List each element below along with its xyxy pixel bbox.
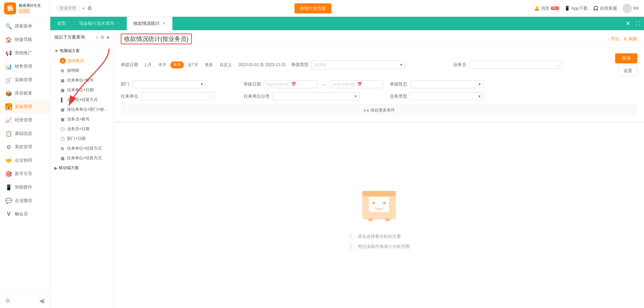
sidebar-item-sales[interactable]: 📊 销售管理 [0, 60, 50, 73]
user-menu[interactable]: Rit [623, 4, 639, 13]
filter-actions: 查询 设置 [615, 53, 637, 76]
biz-type-label: 业务类型 [390, 93, 407, 99]
doc-status-select[interactable]: ▾ [410, 80, 484, 88]
add-scheme-btn[interactable]: + [96, 35, 98, 40]
online-service-btn[interactable]: 🎧 在线客服 [593, 5, 617, 11]
grid2-icon: ⊞ [60, 146, 65, 151]
dept-select[interactable]: ▾ [132, 80, 206, 88]
scheme-item-staff-date[interactable]: 🕐 业务员+日期 [50, 124, 114, 134]
doc-status-filter: 单据状态 ▾ [390, 80, 637, 88]
collapse-conditions-btn[interactable]: ∧∧ 收起更多条件 [121, 104, 637, 116]
scheme-item-unit-dept-label: 按往来单位+部门+收... [67, 107, 107, 112]
date-tab-custom[interactable]: 自定义 [217, 61, 234, 68]
scheme-item-unit-date-label: 往来单位+日期 [67, 87, 94, 93]
export-btn[interactable]: ↑ 导出 [607, 36, 620, 42]
sidebar-item-purchase[interactable]: 🛒 采购管理 [0, 73, 50, 87]
sidebar-item-inventory-label: 库存核算 [15, 90, 32, 96]
tab-bank-close[interactable]: ✕ [117, 21, 120, 26]
scheme-item-bydetail[interactable]: ⊞ 按明细 [50, 66, 114, 75]
sidebar-item-wechat[interactable]: 💬 企业微信 [0, 194, 50, 207]
unit-select[interactable]: ... [141, 92, 215, 100]
scheme-item-unit-settle1-label: 往来单位+结算方式 [67, 146, 102, 151]
date-tab-thisyear[interactable]: 本年 [170, 61, 184, 68]
sidebar-nav: 🔍 搜索菜单 🏠 快捷导航 📢 营销推广 📊 销售管理 🛒 采购管理 📦 库存核… [0, 17, 50, 293]
sidebar-item-hardware[interactable]: 📱 智能硬件 [0, 181, 50, 194]
sidebar-item-collab[interactable]: 🤝 企业协同 [0, 154, 50, 167]
message-btn[interactable]: 🔔 消息 99+ [534, 5, 559, 11]
sidebar-settings-btn[interactable]: ⚙ [5, 298, 10, 304]
tab-receipt-close[interactable]: ✕ [162, 21, 166, 26]
sidebar-item-basic[interactable]: 📋 基础信息 [0, 127, 50, 140]
svg-rect-6 [385, 218, 390, 221]
staff-select[interactable]: ... [469, 61, 563, 69]
sidebar-item-guide-label: 新手引导 [15, 171, 32, 177]
date-tab-more[interactable]: 更多 [202, 61, 216, 68]
tabbar-expand-btn[interactable]: ⛶ [635, 21, 640, 26]
date-range-display: 2023-01-01 至 2023-12-31 [238, 62, 286, 68]
biz-type-select[interactable]: ▾ [410, 92, 484, 100]
tab-receipt[interactable]: 收款情况统计 ✕ [127, 17, 172, 30]
scheme-item-unit-settle2[interactable]: ▦ 往来单位+结算方式 [50, 153, 114, 163]
topbar-left: 资金管理 ▾ ⚙ [56, 5, 92, 12]
sidebar-item-search[interactable]: 🔍 搜索菜单 [0, 19, 50, 33]
tabbar-close-btn[interactable]: ✕ [626, 20, 631, 27]
date-tab-lastmonth[interactable]: 上月 [141, 61, 154, 68]
export-label: 导出 [611, 36, 620, 42]
scheme-group-desktop-header[interactable]: ▼ 电脑端方案 [50, 46, 114, 56]
scheme-item-unit-dept[interactable]: ▦ 按往来单位+部门+收... [50, 105, 114, 114]
scheme-item-staff-account[interactable]: ▦ 业务员+账号 [50, 114, 114, 124]
logo-text-block: 畅捷通好生意 标准版 [19, 3, 41, 13]
query-btn[interactable]: 查询 [615, 53, 637, 63]
page-title-highlight: 收款情况统计(按业务员) [121, 34, 192, 44]
scheme-item-unit-settle1[interactable]: ⊞ 往来单位+结算方式 [50, 144, 114, 153]
sidebar-item-inventory[interactable]: 📦 库存核算 [0, 87, 50, 100]
scheme-item-dept-date-label: 部门+日期 [67, 136, 86, 142]
grid-icon: ⊞ [60, 68, 65, 73]
sidebar-item-operation[interactable]: 📈 经营管理 [0, 113, 50, 127]
audit-date-from-input[interactable]: yyyy-mm-dd 📅 [264, 80, 317, 88]
sidebar-item-purchase-label: 采购管理 [15, 77, 32, 83]
sidebar-item-member[interactable]: V 畅会员 [0, 207, 50, 221]
audit-date-to-input[interactable]: yyyy-mm-dd 📅 [330, 80, 383, 88]
staff-more-icon[interactable]: ... [556, 62, 560, 67]
tab-home[interactable]: 首页 [50, 17, 72, 30]
sidebar-item-guide[interactable]: 🎯 新手引导 [0, 167, 50, 181]
inventory-icon: 📦 [5, 90, 12, 97]
topbar-right: 🔔 消息 99+ 📱 App下载 🎧 在线客服 Rit [534, 4, 639, 13]
clock2-icon: 🕐 [60, 136, 65, 142]
tabbar: 首页 现金银行流水查询 ✕ 收款情况统计 ✕ ✕ ⛶ [50, 17, 644, 30]
bar-icon: ▌ [60, 97, 65, 103]
date-tab-7days[interactable]: 近7天 [185, 61, 201, 68]
sidebar-collapse-btn[interactable]: ◀| [39, 298, 45, 304]
refresh-btn[interactable]: ↻ 刷新 [624, 36, 637, 42]
refresh-label: 刷新 [629, 36, 637, 42]
sidebar-item-marketing[interactable]: 📢 营销推广 [0, 46, 50, 60]
scheme-item-unit-account[interactable]: ▦ 往来单位+账号 [50, 75, 114, 85]
breadcrumb: 资金管理 [56, 5, 80, 12]
clock-icon: 🕐 [60, 126, 65, 132]
chevron-down-doc-icon: ▾ [400, 62, 402, 67]
trial-btn[interactable]: 体验行业方案 [294, 3, 331, 13]
date-tab-thismonth[interactable]: 本月 [156, 61, 169, 68]
calendar-from-icon[interactable]: 📅 [291, 82, 296, 87]
sidebar-item-system[interactable]: ⚙ 系统管理 [0, 140, 50, 154]
scheme-group-mobile-header[interactable]: ▶ 移动端方案 [50, 163, 114, 173]
topbar-settings-icon[interactable]: ⚙ [87, 5, 92, 11]
scheme-settings-btn[interactable]: ⚙ [100, 35, 105, 40]
finance-icon: 💰 [5, 103, 12, 110]
unit-category-select[interactable]: ▾ [272, 92, 360, 100]
scheme-item-dept-date[interactable]: 🕐 部门+日期 [50, 134, 114, 144]
scheme-item-unit-date[interactable]: ▦ 往来单位+日期 [50, 85, 114, 95]
doc-type-select[interactable]: 请选择 ▾ [311, 60, 405, 69]
tab-bank[interactable]: 现金银行流水查询 ✕ [72, 17, 127, 30]
sidebar-item-quicknav[interactable]: 🏠 快捷导航 [0, 33, 50, 46]
sidebar-item-finance[interactable]: 💰 资金管理 [0, 100, 50, 113]
scheme-item-staff-settle[interactable]: ▌ 业务员+结算方式 [50, 95, 114, 105]
calendar-to-icon[interactable]: 📅 [357, 82, 362, 87]
unit-more-icon[interactable]: ... [208, 94, 212, 99]
scheme-item-bystaff[interactable]: ● 按业务员 [50, 56, 114, 66]
msg-label: 消息 [541, 5, 549, 11]
set-btn[interactable]: 设置 [619, 65, 637, 76]
collapse-panel-btn[interactable]: « [107, 34, 110, 40]
app-download-btn[interactable]: 📱 App下载 [565, 5, 588, 11]
